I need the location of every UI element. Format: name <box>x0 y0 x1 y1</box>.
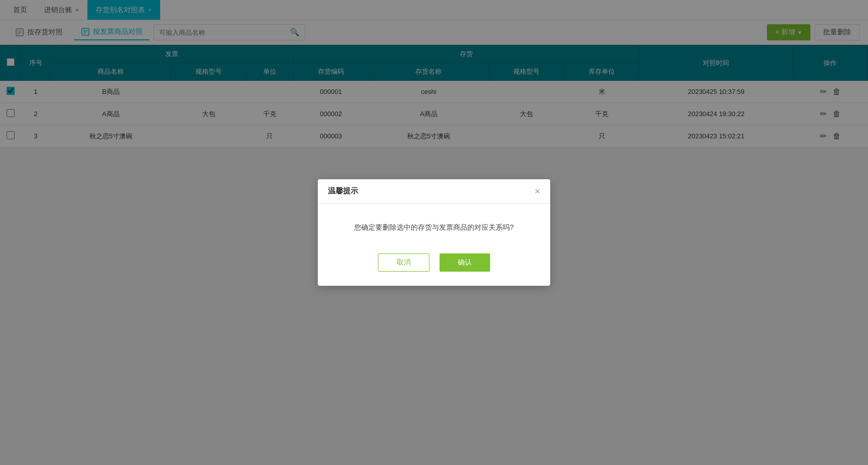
overlay: 温馨提示 × 您确定要删除选中的存货与发票商品的对应关系吗? 取消 确认 <box>0 0 868 147</box>
